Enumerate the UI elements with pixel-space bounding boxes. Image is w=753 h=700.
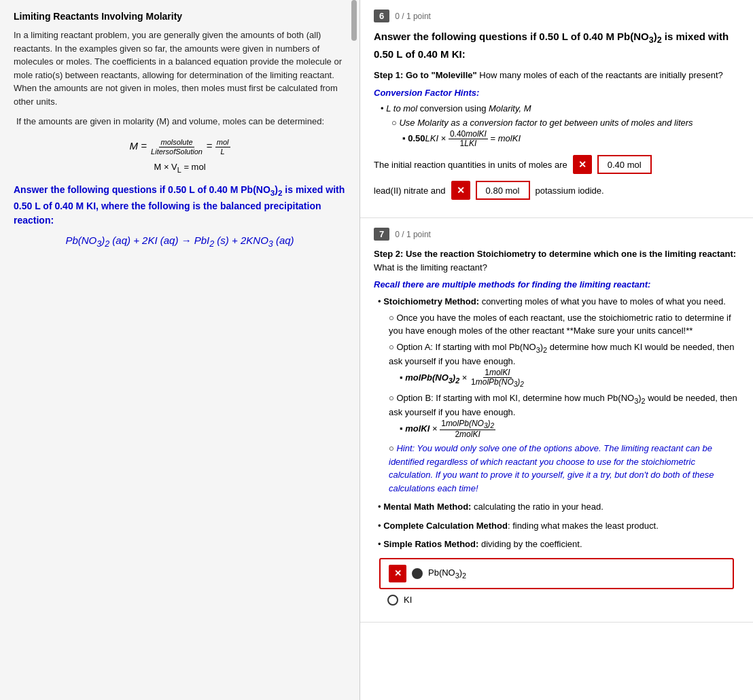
q7-recall: Recall there are multiple methods for fi… — [374, 279, 739, 290]
q6-answer-row-1: The initial reaction quantities in units… — [374, 155, 739, 174]
q6-answer2-prefix: lead(II) nitrate and — [374, 186, 446, 196]
q7-step-text: What is the limiting reactant? — [374, 262, 487, 273]
radio-ki-empty[interactable] — [387, 595, 398, 606]
method4-bold: Simple Ratios Method: — [383, 539, 478, 549]
scroll-bar[interactable] — [351, 0, 357, 41]
mol-fraction: 0.40molKI 1LKI — [449, 130, 488, 148]
optionA-formula: molPb(NO3)2 × 1molKI 1molPb(NO3)2 — [400, 368, 739, 389]
question-6-block: 6 0 / 1 point Answer the following quest… — [360, 0, 753, 218]
optionA-fraction: 1molKI 1molPb(NO3)2 — [470, 368, 525, 389]
radio-pb-filled[interactable] — [412, 568, 423, 579]
method-stoich: Stoichiometry Method: converting moles o… — [378, 295, 739, 495]
question-7-block: 7 0 / 1 point Step 2: Use the reaction S… — [360, 218, 753, 623]
hint1-text: L to mol — [386, 103, 417, 113]
q6-answer-input-1[interactable] — [597, 155, 652, 174]
q7-number: 7 — [374, 228, 389, 241]
hint-subsub-1: 0.50LKI × 0.40molKI 1LKI = molKI — [402, 130, 739, 148]
hint1-molarity: Molarity, M — [489, 103, 531, 113]
method-stoich-sublist: Once you have the moles of each reactant… — [378, 311, 739, 495]
q6-answer-input-2[interactable] — [476, 181, 530, 200]
optionB-math: molKI × 1molPb(NO3)2 2molKI — [389, 419, 739, 440]
q7-points: 0 / 1 point — [395, 230, 431, 239]
q6-answer-prefix: The initial reaction quantities in units… — [374, 160, 567, 170]
method3-text: : finding what makes the least product. — [508, 521, 659, 531]
q6-clear-btn-2[interactable]: ✕ — [451, 181, 470, 200]
q7-step-label: Step 2: Use the reaction Stoichiometry t… — [374, 249, 736, 259]
q6-answer2-suffix: potassium iodide. — [536, 186, 604, 196]
mol-over-l: mol L — [215, 138, 230, 156]
optionB-fraction: 1molPb(NO3)2 2molKI — [440, 419, 495, 440]
optionB-formula: molKI × 1molPb(NO3)2 2molKI — [400, 419, 739, 440]
q6-answer-row-2: lead(II) nitrate and ✕ potassium iodide. — [374, 181, 739, 200]
hint-item-1: L to mol conversion using Molarity, M Us… — [381, 102, 739, 148]
method-optionB: Option B: If starting with mol KI, deter… — [389, 391, 739, 440]
q7-methods-list: Stoichiometry Method: converting moles o… — [374, 295, 739, 551]
reaction-formula: Pb(NO3)2 (aq) + 2KI (aq) → PbI2 (s) + 2K… — [14, 234, 346, 249]
method-mental: Mental Math Method: calculating the rati… — [378, 500, 739, 514]
method-simple: Simple Ratios Method: dividing by the co… — [378, 538, 739, 551]
bullet-1: If the amounts are given in molarity (M)… — [14, 115, 346, 128]
method2-text: calculating the ratio in your head. — [471, 502, 603, 512]
right-panel: 6 0 / 1 point Answer the following quest… — [360, 0, 753, 700]
q6-step1: Step 1: Go to "Moleville" How many moles… — [374, 69, 739, 82]
q7-clear-radio-btn[interactable]: ✕ — [389, 565, 406, 582]
q6-hints-list: L to mol conversion using Molarity, M Us… — [374, 102, 739, 148]
q6-conversion-hints-label: Conversion Factor Hints: — [374, 88, 739, 98]
left-question-blue: Answer the following questions if 0.50 L… — [14, 183, 346, 227]
method-hint-italic: Hint: You would only solve one of the op… — [389, 442, 739, 495]
method-complete: Complete Calculation Method: finding wha… — [378, 519, 739, 533]
method1-bold: Stoichiometry Method: — [383, 296, 479, 307]
method4-text: dividing by the coefficient. — [478, 539, 582, 549]
q6-points: 0 / 1 point — [395, 12, 431, 21]
q6-header: 6 0 / 1 point — [374, 10, 739, 22]
method3-bold: Complete Calculation Method — [383, 521, 508, 531]
q6-number: 6 — [374, 10, 389, 22]
q6-clear-btn-1[interactable]: ✕ — [573, 155, 592, 174]
hint-sublist: Use Molarity as a conversion factor to g… — [381, 116, 739, 148]
left-title: Limiting Reactants Involving Molarity — [14, 11, 346, 22]
molarity-formula: M = molsolute LitersofSolution = mol L — [14, 138, 346, 156]
optionA-math: molPb(NO3)2 × 1molKI 1molPb(NO3)2 — [389, 368, 739, 389]
q7-header: 7 0 / 1 point — [374, 228, 739, 241]
q7-step: Step 2: Use the reaction Stoichiometry t… — [374, 247, 739, 274]
q6-title: Answer the following questions if 0.50 L… — [374, 29, 739, 62]
radio-ki-label: KI — [404, 595, 412, 605]
method1-text: converting moles of what you have to mol… — [479, 296, 726, 307]
q7-radio-answer-box: ✕ Pb(NO3)2 — [379, 558, 734, 589]
q6-step1-label: Step 1: Go to "Moleville" — [374, 70, 477, 80]
intro-text: In a limiting reactant problem, you are … — [14, 29, 346, 108]
radio-pb-label: Pb(NO3)2 — [428, 567, 466, 580]
q7-radio-ki-row: KI — [379, 589, 734, 611]
left-panel: Limiting Reactants Involving Molarity In… — [0, 0, 360, 700]
method-stoich-sub1: Once you have the moles of each reactant… — [389, 311, 739, 338]
mol-formula-line: M × VL = mol — [14, 162, 346, 174]
hint-subsublist: 0.50LKI × 0.40molKI 1LKI = molKI — [391, 130, 739, 148]
method-optionA: Option A: If starting with mol Pb(NO3)2 … — [389, 340, 739, 389]
molarity-fraction: molsolute LitersofSolution — [150, 138, 204, 156]
method2-bold: Mental Math Method: — [383, 502, 471, 512]
q6-step1-text: How many moles of each of the reactants … — [477, 70, 723, 80]
hint-sub-1: Use Molarity as a conversion factor to g… — [391, 116, 739, 148]
